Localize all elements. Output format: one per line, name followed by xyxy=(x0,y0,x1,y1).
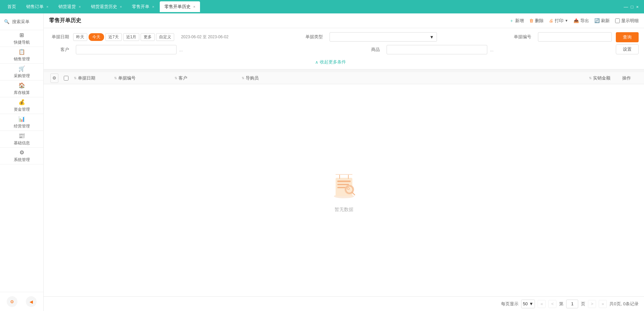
tab-home[interactable]: 首页 xyxy=(3,1,21,12)
sidebar-item-quick-nav[interactable]: ⊞ 快捷导航 xyxy=(0,30,43,47)
query-button[interactable]: 查询 xyxy=(616,32,639,42)
tab-retail-open-close[interactable]: × xyxy=(152,5,154,9)
table-header: ⚙ ⇅ 单据日期 ⇅ 单据编号 ⇅ 客户 ⇅ xyxy=(44,72,644,84)
date-btn-custom[interactable]: 自定义 xyxy=(156,33,174,41)
doc-type-select[interactable]: ▼ xyxy=(330,32,437,42)
page-size-value: 50 xyxy=(523,301,528,306)
th-sort-guide-icon[interactable]: ⇅ xyxy=(242,76,244,80)
print-dropdown-icon: ▼ xyxy=(565,19,568,22)
sidebar-item-base-info[interactable]: 📰 基础信息 xyxy=(0,131,43,148)
date-btn-yesterday[interactable]: 昨天 xyxy=(73,33,87,41)
content-area: 零售开单历史 ＋ 新增 🗑 删除 🖨 打印 ▼ 📤 导出 xyxy=(44,13,644,311)
base-info-icon: 📰 xyxy=(18,133,25,139)
window-close[interactable]: × xyxy=(636,4,639,9)
th-check xyxy=(61,75,71,81)
collapse-label: 收起更多条件 xyxy=(320,59,346,65)
first-page-btn[interactable]: « xyxy=(538,300,546,308)
date-btn-today[interactable]: 今天 xyxy=(89,33,104,41)
sidebar-bottom: ⚙ ◀ xyxy=(0,292,43,311)
collapse-row: ∧ 收起更多条件 xyxy=(49,58,612,65)
th-sort-customer-icon[interactable]: ⇅ xyxy=(175,76,177,80)
top-tabbar: 首页 销售订单 × 销货退货 × 销货退货历史 × 零售开单 × 零售开单历史 … xyxy=(0,0,644,13)
tab-retail-open-history-close[interactable]: × xyxy=(193,5,195,9)
table-container: ⚙ ⇅ 单据日期 ⇅ 单据编号 ⇅ 客户 ⇅ xyxy=(44,72,644,296)
window-minimize[interactable]: — xyxy=(624,4,628,9)
refresh-button[interactable]: 🔄 刷新 xyxy=(594,18,610,24)
sidebar-item-sales-mgmt[interactable]: 📋 销售管理 xyxy=(0,47,43,64)
window-maximize[interactable]: □ xyxy=(631,4,634,9)
sidebar-search[interactable]: 🔍 搜索采单 xyxy=(0,13,43,30)
goods-ellipsis: ... xyxy=(490,47,494,52)
tab-sales-return-history-close[interactable]: × xyxy=(120,5,122,9)
date-label: 单据日期 xyxy=(49,34,69,40)
date-btn-7days[interactable]: 近7天 xyxy=(105,33,122,41)
tab-list: 首页 销售订单 × 销货退货 × 销货退货历史 × 零售开单 × 零售开单历史 … xyxy=(3,1,200,12)
page-size-dropdown-icon: ▼ xyxy=(529,301,533,306)
header-actions: ＋ 新增 🗑 删除 🖨 打印 ▼ 📤 导出 🔄 xyxy=(509,18,639,24)
page-word: 第 xyxy=(559,301,563,307)
next-page-btn[interactable]: > xyxy=(588,300,596,308)
refresh-icon: 🔄 xyxy=(594,18,600,23)
settings-button[interactable]: 设置 xyxy=(616,44,639,54)
delete-icon: 🗑 xyxy=(529,18,534,23)
checkbox-all[interactable] xyxy=(64,75,68,81)
table-settings-icon-btn[interactable]: ⚙ xyxy=(50,73,58,83)
print-button[interactable]: 🖨 打印 ▼ xyxy=(549,18,568,24)
refresh-label: 刷新 xyxy=(601,18,610,24)
collapse-btn[interactable]: ∧ 收起更多条件 xyxy=(315,59,346,65)
display-toggle[interactable]: 显示明细 xyxy=(615,18,639,24)
sidebar-item-inventory-label: 库存核算 xyxy=(14,90,30,96)
doc-type-dropdown-icon: ▼ xyxy=(430,35,434,40)
collapse-up-icon: ∧ xyxy=(315,60,318,65)
sidebar-item-operations-label: 经营管理 xyxy=(14,123,30,129)
page-size-select[interactable]: 50 ▼ xyxy=(521,300,535,308)
inventory-icon: 🏠 xyxy=(18,82,25,89)
th-sort-date-icon[interactable]: ⇅ xyxy=(74,76,77,80)
doc-number-input[interactable] xyxy=(538,32,612,42)
customer-input[interactable] xyxy=(76,45,177,54)
empty-text: 暂无数据 xyxy=(335,207,353,213)
finance-icon: 💰 xyxy=(18,99,25,105)
svg-point-6 xyxy=(346,186,353,193)
last-page-btn[interactable]: » xyxy=(599,300,607,308)
first-page-icon: « xyxy=(541,301,543,306)
sidebar-collapse-btn[interactable]: ◀ xyxy=(26,296,37,307)
customer-label: 客户 xyxy=(49,47,69,53)
tab-sales-return-close[interactable]: × xyxy=(79,5,81,9)
th-sort-number-icon[interactable]: ⇅ xyxy=(114,76,117,80)
empty-state: 暂无数据 xyxy=(44,84,644,296)
tab-sales-return[interactable]: 销货退货 × xyxy=(54,1,85,12)
sidebar-item-inventory[interactable]: 🏠 库存核算 xyxy=(0,81,43,97)
svg-rect-3 xyxy=(337,184,349,185)
th-sort-amount-icon[interactable]: ⇅ xyxy=(589,76,592,80)
tab-sales-order-close[interactable]: × xyxy=(46,5,48,9)
date-btn-more[interactable]: 更多 xyxy=(141,33,155,41)
total-info: 共0页, 0条记录 xyxy=(609,301,639,307)
display-checkbox[interactable] xyxy=(615,18,620,23)
sidebar-item-purchase-mgmt[interactable]: 🛒 采购管理 xyxy=(0,64,43,81)
add-button[interactable]: ＋ 新增 xyxy=(509,18,524,24)
sidebar-item-finance[interactable]: 💰 资金管理 xyxy=(0,97,43,114)
sidebar-item-sys-mgmt[interactable]: ⚙ 系统管理 xyxy=(0,148,43,164)
tab-retail-open-history[interactable]: 零售开单历史 × xyxy=(160,1,200,12)
sidebar-item-operations[interactable]: 📊 经营管理 xyxy=(0,114,43,131)
date-btn-1month[interactable]: 近1月 xyxy=(123,33,140,41)
date-range-text: 2023-06-02 至 2023-06-02 xyxy=(181,34,228,40)
sidebar-settings-btn[interactable]: ⚙ xyxy=(7,296,17,307)
page-number-input[interactable] xyxy=(566,300,578,308)
goods-input[interactable] xyxy=(387,45,487,54)
sidebar-item-purchase-mgmt-label: 采购管理 xyxy=(14,73,30,79)
tab-retail-open[interactable]: 零售开单 × xyxy=(127,1,159,12)
sidebar-item-sales-mgmt-label: 销售管理 xyxy=(14,56,30,62)
th-action: 操作 xyxy=(613,75,640,81)
th-date: ⇅ 单据日期 xyxy=(71,75,111,81)
prev-page-btn[interactable]: < xyxy=(548,300,556,308)
th-action-label: 操作 xyxy=(622,75,631,81)
export-button[interactable]: 📤 导出 xyxy=(574,18,589,24)
page-unit: 页 xyxy=(581,301,585,307)
tab-sales-return-history[interactable]: 销货退货历史 × xyxy=(86,1,127,12)
tab-sales-order[interactable]: 销售订单 × xyxy=(21,1,53,12)
doc-type-label: 单据类型 xyxy=(303,34,323,40)
th-customer: ⇅ 客户 xyxy=(172,75,239,81)
delete-button[interactable]: 🗑 删除 xyxy=(529,18,544,24)
